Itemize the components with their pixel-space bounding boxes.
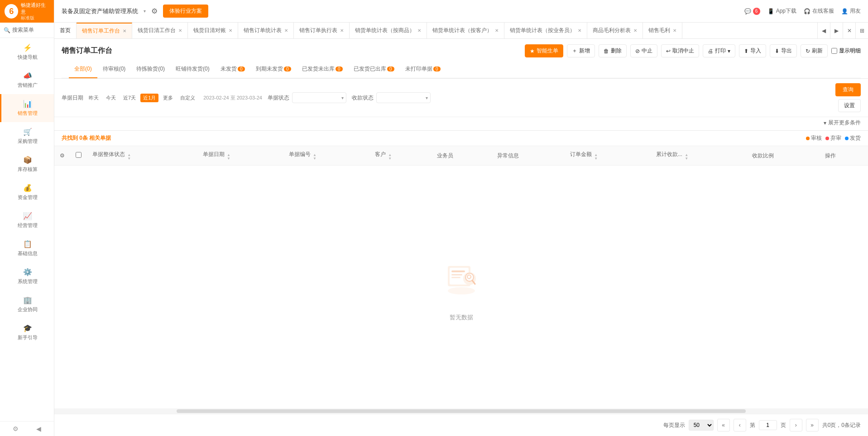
date-opt-7days[interactable]: 近7天	[120, 94, 139, 102]
user-menu-btn[interactable]: 👤 用友	[841, 7, 861, 15]
sort-icon[interactable]: ▲▼	[594, 153, 598, 161]
subtab-not-shipped[interactable]: 未发货 0	[215, 61, 250, 78]
tab-sales-order-stats[interactable]: 销售订单统计表 ✕	[238, 23, 294, 39]
tab-close-icon[interactable]: ✕	[578, 28, 581, 33]
date-opt-today[interactable]: 今天	[103, 94, 119, 102]
sidebar-item-quick-nav[interactable]: ⚡ 快捷导航	[0, 38, 54, 66]
select-all-checkbox[interactable]	[76, 152, 82, 158]
page-size-select[interactable]: 10 20 50 100	[689, 420, 714, 431]
show-detail-checkbox[interactable]	[831, 48, 837, 54]
subtab-pending-review[interactable]: 待审核(0)	[97, 61, 131, 78]
subtab-pending-inspect[interactable]: 待拣验货(0)	[131, 61, 170, 78]
sidebar-item-purchase[interactable]: 🛒 采购管理	[0, 122, 54, 150]
gear-icon[interactable]: ⚙	[151, 7, 158, 15]
th-checkbox[interactable]	[70, 146, 87, 166]
stop-btn[interactable]: ⊘ 中止	[630, 44, 657, 57]
sidebar-item-enterprise[interactable]: 🏢 企业协同	[0, 290, 54, 318]
tab-close-icon[interactable]: ✕	[340, 28, 344, 33]
tab-close-icon[interactable]: ✕	[284, 28, 288, 33]
audit-btn[interactable]: 审核	[806, 134, 822, 142]
first-page-btn[interactable]: «	[717, 419, 730, 431]
date-opt-1month[interactable]: 近1月	[140, 94, 158, 102]
abandon-btn[interactable]: 弃审	[825, 134, 841, 142]
sort-icon[interactable]: ▲▼	[127, 153, 131, 161]
add-btn[interactable]: ＋ 新增	[567, 44, 595, 57]
settings-btn[interactable]: ⚙	[13, 425, 19, 432]
tab-sales-order-exec[interactable]: 销售订单执行表 ✕	[294, 23, 350, 39]
expand-btn[interactable]: ▾ 展开更多条件	[824, 119, 861, 127]
tab-cash-reconcile[interactable]: 钱货日清对账 ✕	[188, 23, 238, 39]
scrollbar-thumb[interactable]	[177, 409, 746, 413]
tab-next-btn[interactable]: ▶	[830, 23, 843, 39]
th-setting[interactable]: ⚙	[54, 146, 70, 166]
tab-sales-stats-customer[interactable]: 销货单统计表（按客户） ✕	[427, 23, 504, 39]
query-btn[interactable]: 查询	[835, 83, 861, 96]
tab-expand-btn[interactable]: ⊞	[855, 23, 868, 39]
subtab-shipped-out[interactable]: 已发货已出库 0	[348, 61, 400, 78]
tab-close-icon[interactable]: ✕	[229, 28, 232, 33]
tab-home[interactable]: 首页	[54, 23, 77, 39]
service-icon: 🎧	[804, 8, 810, 14]
subtab-wangpu-ship[interactable]: 旺铺待发货(0)	[170, 61, 215, 78]
ship-btn[interactable]: 发货	[845, 134, 861, 142]
sidebar-search-item[interactable]: 🔍 搜索菜单	[0, 23, 54, 38]
cancel-stop-btn[interactable]: ↩ 取消中止	[661, 44, 699, 57]
sidebar-item-operations[interactable]: 📈 经营管理	[0, 206, 54, 234]
user-name-label: 用友	[850, 7, 861, 15]
tab-close-icon[interactable]: ✕	[123, 28, 126, 33]
sidebar-item-inventory[interactable]: 📦 库存核算	[0, 150, 54, 178]
tab-sales-stats-staff[interactable]: 销货单统计表（按业务员） ✕	[504, 23, 587, 39]
app-download-btn[interactable]: 📱 App下载	[767, 7, 796, 15]
show-detail-label[interactable]: 显示明细	[831, 47, 861, 55]
subtab-all[interactable]: 全部(0)	[69, 61, 97, 78]
last-page-btn[interactable]: »	[806, 419, 819, 431]
sidebar-item-sales[interactable]: 📊 销售管理	[0, 94, 54, 122]
message-btn[interactable]: 💬 6	[744, 8, 760, 15]
tab-sales-stats-product[interactable]: 销货单统计表（按商品） ✕	[350, 23, 427, 39]
date-opt-yesterday[interactable]: 昨天	[86, 94, 101, 102]
smart-create-btn[interactable]: ★ 智能生单	[525, 44, 563, 57]
tab-close-icon[interactable]: ✕	[495, 28, 499, 33]
tab-close-all-btn[interactable]: ✕	[843, 23, 855, 39]
tab-sales-order-workbench[interactable]: 销售订单工作台 ✕	[77, 23, 132, 39]
import-btn[interactable]: ⬆ 导入	[739, 44, 766, 57]
export-btn[interactable]: ⬇ 导出	[770, 44, 797, 57]
tab-close-icon[interactable]: ✕	[417, 28, 421, 33]
set-btn[interactable]: 设置	[838, 99, 861, 112]
sidebar-item-basic-info[interactable]: 📋 基础信息	[0, 234, 54, 262]
payment-select[interactable]	[376, 92, 431, 103]
tab-close-icon[interactable]: ✕	[178, 28, 182, 33]
page-input[interactable]	[759, 420, 777, 430]
sort-icon[interactable]: ▲▼	[313, 153, 317, 161]
tab-close-icon[interactable]: ✕	[633, 28, 637, 33]
sort-icon[interactable]: ▲▼	[227, 153, 230, 161]
sidebar-item-system[interactable]: ⚙️ 系统管理	[0, 262, 54, 290]
tab-prev-btn[interactable]: ◀	[817, 23, 830, 39]
sidebar-item-newbie[interactable]: 🎓 新手引导	[0, 318, 54, 346]
prev-page-btn[interactable]: ‹	[734, 419, 746, 431]
subtab-overdue-not-shipped[interactable]: 到期未发货 0	[250, 61, 297, 78]
next-page-btn[interactable]: ›	[790, 419, 802, 431]
sort-icon[interactable]: ▲▼	[685, 153, 688, 161]
solution-btn[interactable]: 体验行业方案	[163, 5, 208, 18]
tab-gross-profit[interactable]: 商品毛利分析表 ✕	[587, 23, 643, 39]
collapse-btn[interactable]: ◀	[36, 425, 41, 432]
horizontal-scrollbar[interactable]	[54, 408, 868, 414]
sidebar-item-marketing[interactable]: 📣 营销推广	[0, 66, 54, 94]
sidebar-item-finance[interactable]: 💰 资金管理	[0, 178, 54, 206]
date-opt-more[interactable]: 更多	[160, 94, 176, 102]
delete-btn[interactable]: 🗑 删除	[599, 44, 627, 57]
subtab-not-printed[interactable]: 未打印单据 0	[400, 61, 446, 78]
sort-icon[interactable]: ▲▼	[388, 153, 392, 161]
status-select[interactable]	[292, 92, 346, 103]
tab-close-icon[interactable]: ✕	[673, 28, 676, 33]
online-service-btn[interactable]: 🎧 在线客服	[804, 7, 834, 15]
tab-cash-daily[interactable]: 钱货日清工作台 ✕	[132, 23, 188, 39]
refresh-btn[interactable]: ↻ 刷新	[801, 44, 828, 57]
date-opt-custom[interactable]: 自定义	[177, 94, 198, 102]
th-status: 单据整体状态 ▲▼	[87, 146, 197, 166]
tab-sales-profit[interactable]: 销售毛利 ✕	[643, 23, 682, 39]
print-btn[interactable]: 🖨 打印 ▾	[703, 44, 735, 57]
subtab-badge: 0	[336, 66, 343, 71]
subtab-shipped-not-out[interactable]: 已发货未出库 0	[297, 61, 348, 78]
